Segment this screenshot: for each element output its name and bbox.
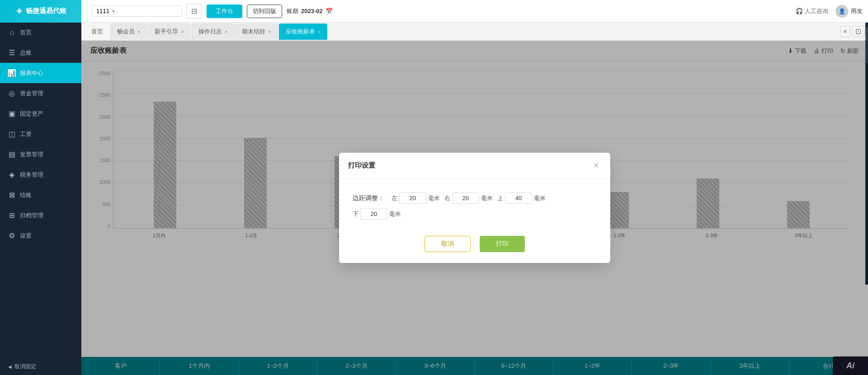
- settings-icon: ⚙: [7, 231, 16, 240]
- margin-bottom-unit: 毫米: [389, 210, 401, 218]
- calendar-icon[interactable]: 📅: [326, 8, 333, 14]
- home-icon: ⌂: [7, 28, 16, 37]
- sidebar-label-home: 首页: [20, 28, 32, 37]
- tab-guide[interactable]: 新手引导 ×: [148, 23, 190, 40]
- margin-bottom-input[interactable]: [360, 208, 387, 220]
- sidebar-label-settings: 设置: [20, 232, 32, 240]
- user-area[interactable]: 👤 用友: [835, 5, 863, 18]
- logo-icon: ✦: [15, 6, 23, 17]
- cancel-button[interactable]: 取消: [425, 236, 471, 252]
- modal-body: 边距调整： 左 毫米 右 毫米: [339, 179, 610, 229]
- consult-button[interactable]: 🎧 人工咨询: [796, 7, 828, 15]
- margin-left-input[interactable]: [399, 192, 426, 204]
- sidebar-label-reports: 报表中心: [20, 69, 43, 77]
- collapse-label: 取消固定: [14, 363, 36, 370]
- tab-aging-label: 应收账龄表: [286, 28, 315, 36]
- margin-top-unit: 毫米: [534, 194, 546, 202]
- sidebar-label-invoice: 发票管理: [20, 150, 43, 159]
- avatar: 👤: [835, 5, 848, 18]
- sidebar-label-funds: 资金管理: [20, 89, 43, 98]
- tab-oplog[interactable]: 操作日志 ×: [192, 23, 234, 40]
- margin-right-label: 右: [444, 194, 450, 202]
- tab-maximize-button[interactable]: ⊡: [852, 26, 864, 37]
- tab-aging-close[interactable]: ×: [318, 29, 321, 34]
- avatar-icon: 👤: [839, 8, 845, 14]
- tab-guide-label: 新手引导: [155, 28, 178, 36]
- switch-version-button[interactable]: 切到旧版: [247, 5, 282, 18]
- margin-bottom-label: 下: [353, 210, 359, 218]
- print-settings-modal: 打印设置 × 边距调整： 左 毫米 右: [339, 153, 610, 263]
- tab-guide-close[interactable]: ×: [181, 29, 184, 34]
- sidebar-item-archive[interactable]: ⊞ 归档管理: [0, 205, 81, 225]
- ledger-icon: ☰: [7, 48, 16, 57]
- sidebar-item-tax[interactable]: ◈ 税务管理: [0, 164, 81, 185]
- period-value: 2023-02: [301, 8, 323, 14]
- tab-period-end[interactable]: 期末结转 ×: [235, 23, 278, 40]
- sidebar: ⌂ 首页 ☰ 总账 📊 报表中心 ◎ 资金管理 ▣ 固定资产 ◫ 工资 ▤ 发票…: [0, 23, 81, 375]
- copy-button[interactable]: ⊟: [186, 4, 202, 19]
- margin-right-group: 右 毫米: [444, 192, 493, 204]
- invoice-icon: ▤: [7, 150, 16, 159]
- top-header: ✦ 畅捷通易代账 1111 ▾ ⊟ 工作台 切到旧版 账期 2023-02 📅 …: [0, 0, 868, 23]
- margin-left-unit: 毫米: [428, 194, 440, 202]
- main-layout: ⌂ 首页 ☰ 总账 📊 报表中心 ◎ 资金管理 ▣ 固定资产 ◫ 工资 ▤ 发票…: [0, 23, 868, 375]
- sidebar-item-settings[interactable]: ⚙ 设置: [0, 225, 81, 246]
- sidebar-item-home[interactable]: ⌂ 首页: [0, 23, 81, 42]
- tab-oplog-close[interactable]: ×: [225, 29, 227, 34]
- period-area: 账期 2023-02 📅: [287, 7, 333, 15]
- tab-home-label: 首页: [91, 28, 103, 36]
- sidebar-item-reports[interactable]: 📊 报表中心: [0, 63, 81, 83]
- settle-icon: ⊠: [7, 191, 16, 199]
- tab-close-all-button[interactable]: ×: [840, 26, 850, 37]
- sidebar-label-tax: 税务管理: [20, 171, 43, 179]
- sidebar-label-settle: 结账: [20, 191, 32, 199]
- tab-member-close[interactable]: ×: [137, 29, 140, 34]
- margin-top-label: 上: [497, 194, 503, 202]
- tab-period-end-label: 期末结转: [242, 28, 265, 36]
- tab-member-label: 畅会员: [117, 28, 135, 36]
- margin-row: 边距调整： 左 毫米 右 毫米: [353, 192, 597, 220]
- period-label: 账期: [287, 7, 298, 15]
- consult-label: 人工咨询: [805, 7, 828, 15]
- company-selector[interactable]: 1111 ▾: [91, 5, 182, 17]
- tab-home[interactable]: 首页: [85, 23, 109, 40]
- user-name: 用友: [851, 7, 863, 15]
- sidebar-label-salary: 工资: [20, 130, 32, 138]
- sidebar-collapse-btn[interactable]: ◄ 取消固定: [0, 358, 81, 375]
- sidebar-label-assets: 固定资产: [20, 110, 43, 118]
- collapse-icon: ◄: [7, 364, 13, 370]
- logo-text: 畅捷通易代账: [26, 7, 66, 15]
- tab-bar: 首页 畅会员 × 新手引导 × 操作日志 × 期末结转 × 应收账龄表 ×: [81, 23, 868, 41]
- tax-icon: ◈: [7, 170, 16, 179]
- margin-bottom-group: 下 毫米: [353, 208, 401, 220]
- tab-period-end-close[interactable]: ×: [268, 29, 271, 34]
- print-confirm-button[interactable]: 打印: [480, 236, 525, 252]
- tab-actions: × ⊡: [840, 26, 864, 37]
- sidebar-item-ledger[interactable]: ☰ 总账: [0, 42, 81, 63]
- logo: ✦ 畅捷通易代账: [0, 0, 81, 23]
- sidebar-item-funds[interactable]: ◎ 资金管理: [0, 83, 81, 103]
- sidebar-item-settle[interactable]: ⊠ 结账: [0, 185, 81, 205]
- workspace-button[interactable]: 工作台: [207, 5, 242, 18]
- tab-aging[interactable]: 应收账龄表 ×: [279, 23, 327, 40]
- modal-close-button[interactable]: ×: [591, 160, 601, 171]
- sidebar-item-assets[interactable]: ▣ 固定资产: [0, 103, 81, 124]
- margin-top-input[interactable]: [505, 192, 532, 204]
- salary-icon: ◫: [7, 130, 16, 138]
- tab-oplog-label: 操作日志: [198, 28, 222, 36]
- sidebar-item-invoice[interactable]: ▤ 发票管理: [0, 144, 81, 164]
- modal-title: 打印设置: [348, 161, 591, 170]
- margin-right-unit: 毫米: [481, 194, 493, 202]
- header-right: 🎧 人工咨询 👤 用友: [796, 5, 863, 18]
- margin-right-input[interactable]: [452, 192, 479, 204]
- sidebar-item-salary[interactable]: ◫ 工资: [0, 124, 81, 144]
- chevron-down-icon: ▾: [112, 8, 115, 14]
- modal-overlay: 打印设置 × 边距调整： 左 毫米 右: [81, 41, 868, 375]
- modal-header: 打印设置 ×: [339, 153, 610, 179]
- sidebar-label-ledger: 总账: [20, 49, 32, 57]
- sidebar-label-archive: 归档管理: [20, 211, 43, 220]
- content-area: 首页 畅会员 × 新手引导 × 操作日志 × 期末结转 × 应收账龄表 ×: [81, 23, 868, 375]
- tab-member[interactable]: 畅会员 ×: [110, 23, 147, 40]
- assets-icon: ▣: [7, 109, 16, 118]
- margin-left-group: 左 毫米: [392, 192, 440, 204]
